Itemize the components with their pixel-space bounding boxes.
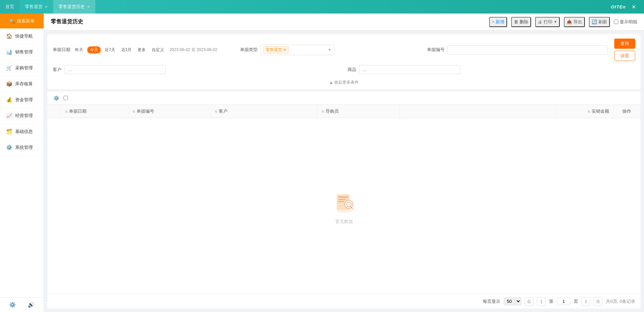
new-button[interactable]: + 新增 bbox=[489, 17, 507, 27]
delete-button[interactable]: 🗑 删除 bbox=[511, 17, 531, 27]
sidebar-item-quick-nav-label: 快捷导航 bbox=[15, 33, 33, 39]
export-icon: 📤 bbox=[567, 19, 572, 24]
delete-icon: 🗑 bbox=[514, 19, 518, 24]
sidebar: 🔍 搜索菜单 🏠 快捷导航 📊 销售管理 🛒 采购管理 📦 库存核算 💰 资金管… bbox=[0, 14, 44, 312]
prev-page-button[interactable]: ⟨ bbox=[537, 297, 546, 306]
tab-retail-return-history[interactable]: 零售退货历史 ✕ bbox=[53, 0, 95, 14]
table-toolbar: ⚙️ bbox=[47, 91, 641, 105]
bill-type-label: 单据类型 bbox=[240, 47, 258, 53]
bill-no-label: 单据编号 bbox=[427, 47, 445, 53]
tag-close-icon[interactable]: ✕ bbox=[283, 47, 286, 52]
sidebar-search[interactable]: 🔍 搜索菜单 bbox=[0, 14, 44, 28]
print-button[interactable]: 🖨 打印 ▼ bbox=[535, 17, 560, 27]
collapse-button[interactable]: ▲ 收起更多条件 bbox=[329, 78, 359, 87]
date-opt-today[interactable]: 今天 bbox=[87, 46, 101, 53]
th-guide-sort-icon: ⇅ bbox=[321, 110, 324, 113]
customer-input[interactable] bbox=[64, 65, 166, 74]
filter-bill-type: 单据类型 零售退货 ✕ ▼ bbox=[240, 45, 421, 55]
show-detail-input[interactable] bbox=[614, 20, 618, 24]
select-all-checkbox[interactable] bbox=[64, 96, 68, 100]
sidebar-item-purchase[interactable]: 🛒 采购管理 bbox=[0, 60, 44, 76]
refresh-icon: 🔄 bbox=[592, 19, 597, 24]
close-tab-retail-return[interactable]: ✕ bbox=[45, 5, 48, 9]
last-page-button[interactable]: ⟩⟩ bbox=[594, 297, 602, 306]
tab-retail-return-history-label: 零售退货历史 bbox=[58, 4, 85, 10]
th-action: 操作 bbox=[614, 105, 641, 118]
date-opt-7days[interactable]: 近7天 bbox=[103, 46, 117, 53]
goods-input[interactable] bbox=[359, 65, 460, 74]
bill-date-label: 单据日期 bbox=[53, 47, 70, 53]
sidebar-item-quick-nav[interactable]: 🏠 快捷导航 bbox=[0, 28, 44, 44]
sidebar-item-basic-info[interactable]: 🗂️ 基础信息 bbox=[0, 124, 44, 140]
goods-label: 商品 bbox=[348, 67, 356, 73]
filter-customer: 客户 bbox=[53, 65, 341, 74]
bill-type-select[interactable]: 零售退货 ✕ ▼ bbox=[260, 45, 335, 55]
query-button[interactable]: 查询 bbox=[614, 39, 635, 49]
page-word-2: 页 bbox=[574, 298, 578, 305]
page-number-input[interactable] bbox=[557, 298, 570, 305]
svg-rect-2 bbox=[338, 196, 348, 198]
sidebar-bottom: ⚙️ 🔊 bbox=[0, 297, 44, 312]
export-button[interactable]: 📤 导出 bbox=[564, 17, 585, 27]
inventory-icon: 📦 bbox=[6, 81, 13, 87]
main-layout: 🔍 搜索菜单 🏠 快捷导航 📊 销售管理 🛒 采购管理 📦 库存核算 💰 资金管… bbox=[0, 14, 644, 312]
empty-state: 暂无数据 bbox=[47, 118, 641, 294]
th-spacer bbox=[400, 105, 556, 118]
window-close-button[interactable]: ✕ bbox=[628, 2, 639, 12]
filter-row-2: 客户 商品 bbox=[53, 65, 635, 74]
th-amount-sort-icon: ⇅ bbox=[588, 110, 590, 113]
refresh-button[interactable]: 🔄 刷新 bbox=[589, 17, 610, 27]
sidebar-item-inventory[interactable]: 📦 库存核算 bbox=[0, 76, 44, 92]
th-amount[interactable]: ⇅ 实销金额 bbox=[556, 105, 614, 118]
first-page-button[interactable]: ⟨⟨ bbox=[525, 297, 533, 306]
page-size-select[interactable]: 50 10 20 100 bbox=[504, 297, 521, 305]
th-guide[interactable]: ⇅ 导购员 bbox=[317, 105, 400, 118]
page-title: 零售退货历史 bbox=[51, 18, 83, 25]
print-dropdown-icon: ▼ bbox=[554, 20, 557, 24]
th-billno[interactable]: ⇅ 单据编号 bbox=[128, 105, 211, 118]
th-customer[interactable]: ⇅ 客户 bbox=[211, 105, 317, 118]
bill-no-input[interactable] bbox=[447, 45, 607, 54]
top-bar-right: OfTEn ✕ bbox=[611, 2, 644, 12]
date-opt-custom[interactable]: 自定义 bbox=[150, 46, 166, 53]
content-area: 零售退货历史 + 新增 🗑 删除 🖨 打印 ▼ 📤 导出 🔄 bbox=[44, 14, 644, 312]
sidebar-item-system[interactable]: ⚙️ 系统管理 bbox=[0, 140, 44, 156]
collapse-label: 收起更多条件 bbox=[334, 80, 359, 85]
date-opt-yesterday[interactable]: 昨天 bbox=[73, 46, 85, 53]
tab-retail-return[interactable]: 零售退货 ✕ bbox=[20, 0, 53, 14]
tab-retail-return-label: 零售退货 bbox=[25, 4, 43, 10]
sidebar-item-inventory-label: 库存核算 bbox=[15, 81, 33, 87]
search-icon: 🔍 bbox=[9, 19, 15, 24]
tab-home[interactable]: 首页 bbox=[0, 0, 20, 14]
empty-text: 暂无数据 bbox=[335, 219, 353, 225]
th-date[interactable]: ⇅ 单据日期 bbox=[61, 105, 128, 118]
filter-bill-no: 单据编号 bbox=[427, 45, 607, 54]
sidebar-item-purchase-label: 采购管理 bbox=[15, 65, 33, 71]
customer-label: 客户 bbox=[53, 67, 62, 73]
table-settings-icon[interactable]: ⚙️ bbox=[51, 93, 61, 103]
brand-name: OfTEn bbox=[611, 4, 626, 9]
filter-row-1: 单据日期 昨天 今天 近7天 近1月 更多 自定义 2023-06-02 至 2… bbox=[53, 39, 635, 61]
pagination: 每页显示 50 10 20 100 ⟨⟨ ⟨ 第 页 ⟩ ⟩⟩ 共0页, 0条记… bbox=[47, 294, 641, 309]
date-range-display: 2023-06-02 至 2023-06-02 bbox=[169, 47, 217, 53]
close-tab-retail-return-history[interactable]: ✕ bbox=[87, 5, 90, 9]
th-date-sort-icon: ⇅ bbox=[65, 110, 68, 113]
sidebar-item-sales[interactable]: 📊 销售管理 bbox=[0, 44, 44, 60]
right-actions: 查询 设置 bbox=[614, 39, 635, 61]
total-records: 共0页, 0条记录 bbox=[606, 298, 635, 305]
finance-icon: 💰 bbox=[6, 97, 13, 103]
sidebar-item-finance[interactable]: 💰 资金管理 bbox=[0, 92, 44, 108]
sidebar-item-sales-label: 销售管理 bbox=[15, 49, 33, 55]
svg-rect-4 bbox=[338, 201, 344, 202]
date-opt-more[interactable]: 更多 bbox=[136, 46, 148, 53]
audio-icon[interactable]: 🔊 bbox=[28, 302, 34, 308]
date-opt-1month[interactable]: 近1月 bbox=[119, 46, 134, 53]
settings-bottom-icon[interactable]: ⚙️ bbox=[9, 302, 16, 308]
show-detail-checkbox[interactable]: 显示明细 bbox=[614, 19, 637, 25]
table-header: ⇅ 单据日期 ⇅ 单据编号 ⇅ 客户 ⇅ 导购员 ⇅ 实销 bbox=[47, 105, 641, 118]
filter-bill-date: 单据日期 昨天 今天 近7天 近1月 更多 自定义 2023-06-02 至 2… bbox=[53, 46, 233, 53]
sidebar-item-management[interactable]: 📈 经营管理 bbox=[0, 108, 44, 124]
next-page-button[interactable]: ⟩ bbox=[581, 297, 590, 306]
settings-button[interactable]: 设置 bbox=[614, 51, 635, 61]
purchase-icon: 🛒 bbox=[6, 65, 13, 71]
